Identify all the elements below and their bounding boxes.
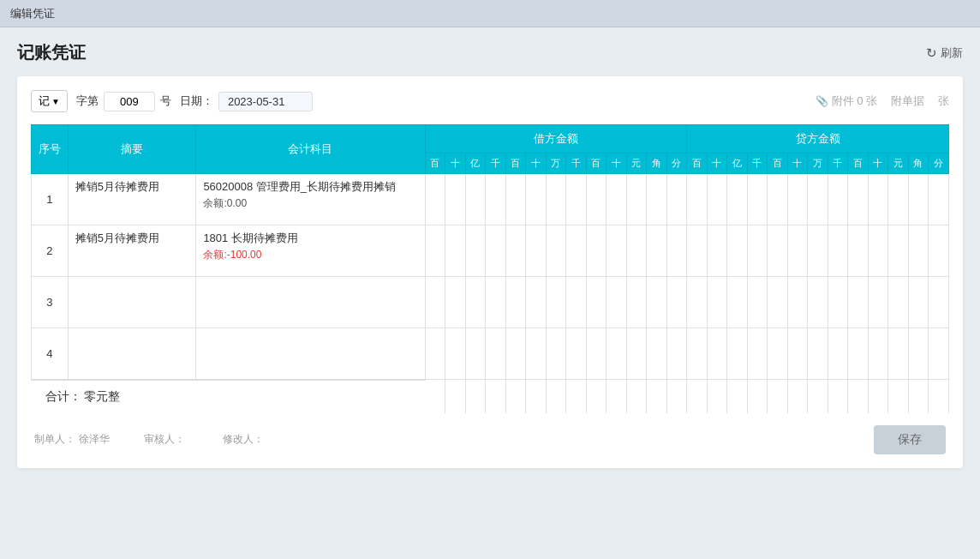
row-1-credit-digit-4[interactable]: [768, 225, 788, 277]
row-0-credit-digit-3[interactable]: [747, 174, 768, 225]
row-1-credit-digit-11[interactable]: [908, 225, 929, 277]
row-2-credit-digit-3[interactable]: [747, 277, 768, 328]
row-3-debit-digit-2[interactable]: [465, 328, 486, 380]
row-2-credit-digit-12[interactable]: [929, 277, 949, 328]
row-1-debit-digit-11[interactable]: [647, 225, 667, 277]
row-1-credit-digit-10[interactable]: [888, 225, 909, 277]
row-3-credit-digit-2[interactable]: [727, 328, 748, 380]
row-2-debit-digit-3[interactable]: [486, 277, 506, 328]
row-0-credit-digit-10[interactable]: [888, 174, 909, 225]
row-2-debit-digit-0[interactable]: [425, 277, 445, 328]
voucher-type-dropdown[interactable]: 记 ▼: [31, 90, 68, 112]
row-2-credit-digit-0[interactable]: [687, 277, 708, 328]
row-2-debit-digit-9[interactable]: [607, 277, 627, 328]
row-2-credit-digit-1[interactable]: [707, 277, 727, 328]
row-2-credit-digit-10[interactable]: [888, 277, 909, 328]
row-0-debit-digit-0[interactable]: [425, 174, 445, 225]
table-row[interactable]: 2摊销5月待摊费用1801 长期待摊费用余额:-100.00: [32, 225, 949, 277]
row-2-credit-digit-8[interactable]: [848, 277, 869, 328]
row-1-credit-digit-9[interactable]: [868, 225, 888, 277]
row-0-debit-digit-8[interactable]: [586, 174, 607, 225]
row-3-debit-digit-4[interactable]: [505, 328, 526, 380]
row-1-debit-digit-7[interactable]: [566, 225, 587, 277]
row-3-credit-digit-7[interactable]: [828, 328, 848, 380]
row-2-credit-digit-2[interactable]: [727, 277, 748, 328]
row-3-credit-digit-1[interactable]: [707, 328, 727, 380]
row-0-credit-digit-12[interactable]: [929, 174, 949, 225]
row-1-credit-digit-12[interactable]: [929, 225, 949, 277]
row-2-debit-digit-1[interactable]: [445, 277, 466, 328]
row-1-debit-digit-1[interactable]: [445, 225, 466, 277]
row-3-debit-digit-8[interactable]: [586, 328, 607, 380]
row-3-credit-digit-11[interactable]: [908, 328, 929, 380]
row-2-debit-digit-2[interactable]: [465, 277, 486, 328]
row-3-debit-digit-11[interactable]: [647, 328, 667, 380]
row-0-debit-digit-2[interactable]: [465, 174, 486, 225]
row-0-credit-digit-6[interactable]: [808, 174, 828, 225]
row-1-debit-digit-3[interactable]: [486, 225, 506, 277]
row-3-debit-digit-5[interactable]: [526, 328, 547, 380]
row-3-summary[interactable]: [68, 328, 196, 380]
row-1-debit-digit-6[interactable]: [546, 225, 566, 277]
row-3-account[interactable]: [196, 328, 425, 380]
row-2-credit-digit-11[interactable]: [908, 277, 929, 328]
row-1-credit-digit-2[interactable]: [727, 225, 748, 277]
row-0-credit-digit-7[interactable]: [828, 174, 848, 225]
row-3-credit-digit-0[interactable]: [687, 328, 708, 380]
row-0-debit-digit-10[interactable]: [626, 174, 647, 225]
row-1-credit-digit-5[interactable]: [787, 225, 808, 277]
row-0-debit-digit-4[interactable]: [505, 174, 526, 225]
row-3-credit-digit-5[interactable]: [787, 328, 808, 380]
row-2-account[interactable]: [196, 277, 425, 328]
row-0-debit-digit-1[interactable]: [445, 174, 466, 225]
row-1-credit-digit-3[interactable]: [747, 225, 768, 277]
row-2-debit-digit-8[interactable]: [586, 277, 607, 328]
date-input[interactable]: [218, 92, 313, 111]
row-3-debit-digit-7[interactable]: [566, 328, 587, 380]
row-1-debit-digit-0[interactable]: [425, 225, 445, 277]
row-1-debit-digit-8[interactable]: [586, 225, 607, 277]
row-0-credit-digit-8[interactable]: [848, 174, 869, 225]
save-button[interactable]: 保存: [874, 425, 946, 454]
row-2-credit-digit-6[interactable]: [808, 277, 828, 328]
row-3-credit-digit-3[interactable]: [747, 328, 768, 380]
row-3-debit-digit-3[interactable]: [486, 328, 506, 380]
row-0-credit-digit-2[interactable]: [727, 174, 748, 225]
row-1-credit-digit-7[interactable]: [828, 225, 848, 277]
row-2-debit-digit-11[interactable]: [647, 277, 667, 328]
row-0-account[interactable]: 56020008 管理费用_长期待摊费用摊销余额:0.00: [196, 174, 425, 225]
row-1-debit-digit-5[interactable]: [526, 225, 547, 277]
row-3-debit-digit-6[interactable]: [546, 328, 566, 380]
attachment-link[interactable]: 📎 附件 0 张: [816, 93, 877, 109]
row-0-credit-digit-0[interactable]: [687, 174, 708, 225]
row-1-debit-digit-9[interactable]: [607, 225, 627, 277]
row-0-credit-digit-9[interactable]: [868, 174, 888, 225]
row-0-credit-digit-4[interactable]: [768, 174, 788, 225]
row-3-debit-digit-1[interactable]: [445, 328, 466, 380]
row-3-credit-digit-8[interactable]: [848, 328, 869, 380]
row-2-debit-digit-12[interactable]: [666, 277, 687, 328]
row-3-debit-digit-0[interactable]: [425, 328, 445, 380]
row-0-debit-digit-5[interactable]: [526, 174, 547, 225]
row-2-debit-digit-10[interactable]: [626, 277, 647, 328]
row-3-credit-digit-4[interactable]: [768, 328, 788, 380]
row-3-credit-digit-10[interactable]: [888, 328, 909, 380]
row-1-credit-digit-1[interactable]: [707, 225, 727, 277]
row-1-debit-digit-12[interactable]: [666, 225, 687, 277]
row-1-debit-digit-2[interactable]: [465, 225, 486, 277]
row-0-debit-digit-11[interactable]: [647, 174, 667, 225]
attachment-single-link[interactable]: 附单据: [891, 93, 924, 109]
row-2-credit-digit-5[interactable]: [787, 277, 808, 328]
row-3-debit-digit-12[interactable]: [666, 328, 687, 380]
row-1-credit-digit-0[interactable]: [687, 225, 708, 277]
table-row[interactable]: 1摊销5月待摊费用56020008 管理费用_长期待摊费用摊销余额:0.00: [32, 174, 949, 225]
row-0-credit-digit-11[interactable]: [908, 174, 929, 225]
row-1-account[interactable]: 1801 长期待摊费用余额:-100.00: [196, 225, 425, 277]
row-0-debit-digit-7[interactable]: [566, 174, 587, 225]
row-0-credit-digit-5[interactable]: [787, 174, 808, 225]
row-3-credit-digit-6[interactable]: [808, 328, 828, 380]
row-2-credit-digit-4[interactable]: [768, 277, 788, 328]
row-1-debit-digit-10[interactable]: [626, 225, 647, 277]
row-2-summary[interactable]: [68, 277, 196, 328]
row-3-credit-digit-9[interactable]: [868, 328, 888, 380]
